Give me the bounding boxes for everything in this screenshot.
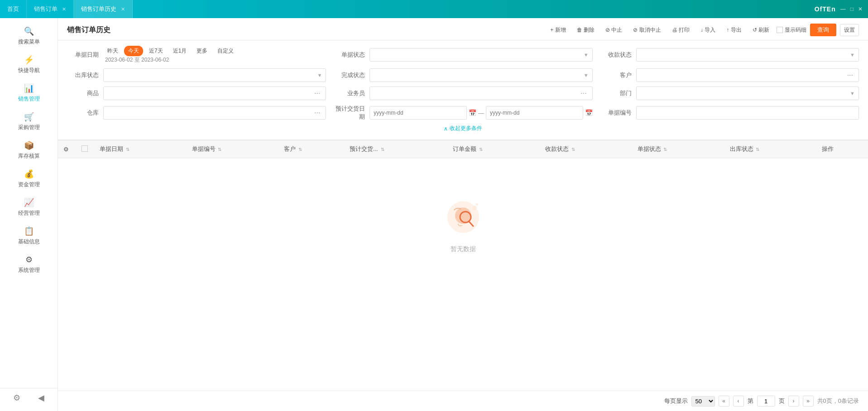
dept-label: 部门	[600, 89, 636, 97]
date-btn-1month[interactable]: 近1月	[169, 46, 191, 56]
th-bill-status[interactable]: 单据状态 ⇅	[632, 140, 724, 158]
delivery-date-end[interactable]	[486, 106, 583, 120]
tab-sales-order[interactable]: 销售订单 ✕	[27, 0, 74, 18]
th-checkbox[interactable]	[76, 140, 94, 158]
filter-row-2: 出库状态 ▼ 完成状态 ▼ 客户 ···	[67, 68, 859, 82]
th-delivery[interactable]: 预计交货... ⇅	[344, 140, 447, 158]
date-btn-7days[interactable]: 近7天	[145, 46, 167, 56]
close-btn[interactable]: ✕	[858, 6, 863, 12]
delivery-date-end-calendar[interactable]: 📅	[585, 109, 593, 116]
sidebar-item-finance-label: 资金管理	[18, 181, 40, 189]
th-date[interactable]: 单据日期 ⇅	[94, 140, 187, 158]
sort-no-icon: ⇅	[218, 147, 221, 152]
payment-status-arrow: ▼	[850, 52, 855, 58]
new-button[interactable]: + 新增	[547, 24, 569, 36]
main-layout: 🔍 搜索菜单 ⚡ 快捷导航 📊 销售管理 🛒 采购管理 📦 库存核算 💰 资金管…	[0, 18, 868, 411]
th-customer[interactable]: 客户 ⇅	[278, 140, 344, 158]
filter-salesperson: 业务员 ···	[333, 87, 592, 100]
tab-sales-history-close[interactable]: ✕	[121, 6, 125, 12]
th-amount-label: 订单金额	[453, 145, 476, 152]
sidebar-item-purchase[interactable]: 🛒 采购管理	[0, 107, 58, 136]
page-size-label: 每页显示	[664, 397, 688, 405]
th-payment-status[interactable]: 收款状态 ⇅	[540, 140, 632, 158]
collapse-sidebar-icon[interactable]: ◀	[38, 393, 44, 403]
sidebar-item-operations[interactable]: 📈 经营管理	[0, 193, 58, 222]
content-area: 销售订单历史 + 新增 🗑 删除 ⊘ 中止 ⊘ 取消中止 🖨 打印 ↓ 导入 ↑…	[58, 18, 868, 411]
warehouse-dots[interactable]: ···	[312, 109, 322, 117]
print-button[interactable]: 🖨 打印	[668, 24, 693, 36]
sidebar-item-inventory[interactable]: 📦 库存核算	[0, 136, 58, 164]
th-payment-status-label: 收款状态	[545, 145, 569, 152]
sidebar-item-operations-label: 经营管理	[18, 209, 40, 217]
payment-status-select[interactable]: ▼	[636, 48, 859, 62]
page-size-select[interactable]: 50 20 100	[691, 396, 715, 406]
inventory-icon: 📦	[24, 140, 34, 150]
th-delivery-label: 预计交货...	[350, 145, 378, 152]
salesperson-select[interactable]: ···	[369, 87, 592, 100]
display-cols-toggle[interactable]: 显示码细	[777, 26, 806, 34]
settings-bottom-icon[interactable]: ⚙	[13, 393, 20, 403]
import-button[interactable]: ↓ 导入	[697, 24, 719, 36]
refresh-button[interactable]: ↺ 刷新	[749, 24, 773, 36]
date-btn-custom[interactable]: 自定义	[213, 46, 238, 56]
sort-amount-icon: ⇅	[479, 147, 483, 152]
bill-status-select[interactable]: ▼	[369, 48, 592, 62]
th-settings[interactable]: ⚙	[58, 140, 76, 158]
filter-row-1: 单据日期 昨天 今天 近7天 近1月 更多 自定义 2023-06-02 至 2…	[67, 46, 859, 64]
complete-status-select[interactable]: ▼	[369, 68, 592, 82]
tab-home[interactable]: 首页	[0, 0, 27, 18]
select-all-checkbox[interactable]	[82, 145, 88, 152]
sidebar-item-basic-info-label: 基础信息	[18, 238, 40, 246]
sidebar-item-system-label: 系统管理	[18, 266, 40, 274]
th-delivery-status[interactable]: 出库状态 ⇅	[724, 140, 817, 158]
sidebar-item-sales[interactable]: 📊 销售管理	[0, 79, 58, 107]
sidebar-item-purchase-label: 采购管理	[18, 124, 40, 131]
tab-sales-order-close[interactable]: ✕	[62, 6, 66, 12]
warehouse-select[interactable]: ···	[103, 106, 326, 120]
last-page-btn[interactable]: »	[803, 396, 814, 406]
date-btn-yesterday[interactable]: 昨天	[103, 46, 122, 56]
cancel-stop-button[interactable]: ⊘ 取消中止	[629, 24, 664, 36]
delivery-date-start[interactable]	[369, 106, 467, 120]
collapse-filter-row[interactable]: ∧ 收起更多条件	[67, 123, 859, 134]
customer-select[interactable]: ···	[636, 68, 859, 82]
date-label: 单据日期	[67, 51, 103, 59]
svg-point-5	[475, 203, 478, 206]
page-label: 第	[748, 397, 753, 405]
sidebar-item-system[interactable]: ⚙ 系统管理	[0, 250, 58, 279]
dept-select[interactable]: ▼	[636, 87, 859, 100]
page-number-input[interactable]	[757, 396, 775, 406]
minimize-btn[interactable]: —	[840, 6, 846, 12]
delivery-date-start-calendar[interactable]: 📅	[469, 109, 476, 116]
th-no[interactable]: 单据编号 ⇅	[187, 140, 279, 158]
th-action-label: 操作	[822, 145, 834, 152]
delivery-status-select[interactable]: ▼	[103, 68, 326, 82]
date-btn-today[interactable]: 今天	[124, 46, 143, 56]
sort-bill-icon: ⇅	[663, 147, 667, 152]
sort-date-icon: ⇅	[126, 147, 129, 152]
prev-page-btn[interactable]: ‹	[733, 396, 744, 406]
salesperson-dots[interactable]: ···	[579, 89, 588, 97]
sidebar-item-finance[interactable]: 💰 资金管理	[0, 164, 58, 193]
sidebar-item-quick-nav[interactable]: ⚡ 快捷导航	[0, 50, 58, 79]
maximize-btn[interactable]: □	[850, 6, 854, 12]
goods-select[interactable]: ···	[103, 87, 326, 100]
first-page-btn[interactable]: «	[719, 396, 729, 406]
th-amount[interactable]: 订单金额 ⇅	[447, 140, 540, 158]
bill-no-input[interactable]	[636, 106, 859, 120]
query-button[interactable]: 查询	[810, 24, 836, 36]
delete-button[interactable]: 🗑 删除	[573, 24, 598, 36]
date-range-display: 2023-06-02 至 2023-06-02	[105, 56, 326, 64]
display-cols-checkbox[interactable]	[777, 27, 783, 33]
sidebar-item-search[interactable]: 🔍 搜索菜单	[0, 22, 58, 50]
export-button[interactable]: ↑ 导出	[723, 24, 745, 36]
customer-dots[interactable]: ···	[845, 71, 855, 79]
goods-dots[interactable]: ···	[312, 89, 322, 97]
sidebar-item-basic-info[interactable]: 📋 基础信息	[0, 222, 58, 250]
sidebar-item-inventory-label: 库存核算	[18, 152, 40, 160]
date-btn-more[interactable]: 更多	[192, 46, 211, 56]
stop-button[interactable]: ⊘ 中止	[602, 24, 626, 36]
next-page-btn[interactable]: ›	[788, 396, 799, 406]
settings-button[interactable]: 设置	[840, 24, 859, 36]
tab-sales-history[interactable]: 销售订单历史 ✕	[74, 0, 133, 18]
